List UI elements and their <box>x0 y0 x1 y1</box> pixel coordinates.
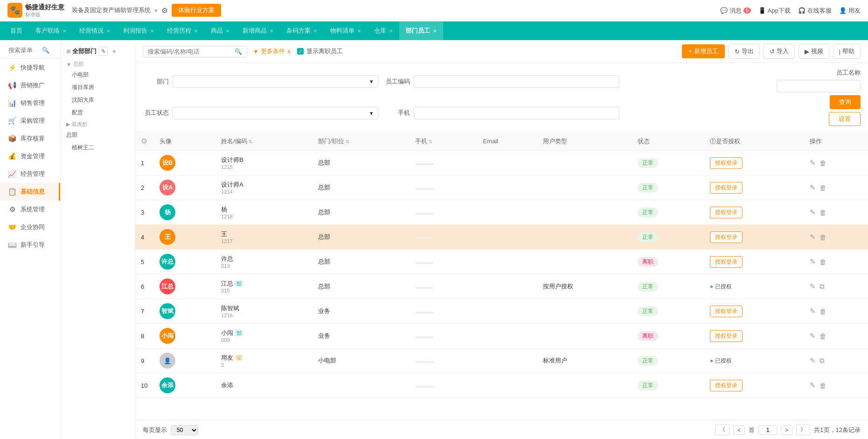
edit-icon[interactable]: ✎ <box>810 307 816 315</box>
close-icon[interactable]: ✕ <box>433 28 437 34</box>
show-resigned-toggle[interactable]: ✓ 显示离职员工 <box>297 47 343 56</box>
query-btn[interactable]: 查询 <box>830 95 861 109</box>
tab-bom[interactable]: 物料清单 ✕ <box>324 21 368 40</box>
sidebar-item-marketing[interactable]: 📢 营销推广 <box>0 77 60 94</box>
auth-btn[interactable]: 授权登录 <box>710 157 743 169</box>
edit-icon[interactable]: ✎ <box>810 282 816 291</box>
close-icon[interactable]: ✕ <box>313 28 317 34</box>
th-gear[interactable]: ⚙ <box>135 132 154 151</box>
row-auth[interactable]: 授权登录 <box>704 225 804 250</box>
dept-item-zb[interactable]: 总部 <box>61 129 135 141</box>
row-auth[interactable]: 授权登录 <box>704 324 804 348</box>
edit-icon[interactable]: ✎ <box>810 233 816 241</box>
sidebar-search-input[interactable] <box>5 45 42 56</box>
close-icon[interactable]: ✕ <box>226 28 229 34</box>
phone-input[interactable] <box>414 107 619 119</box>
tab-barcode[interactable]: 条码方案 ✕ <box>280 21 324 40</box>
view-btn[interactable]: ▶ 视频 <box>799 44 829 59</box>
tab-history[interactable]: 经营历程 ✕ <box>160 21 204 40</box>
user-menu-btn[interactable]: 👤 用友 <box>839 7 861 15</box>
auth-btn[interactable]: 授权登录 <box>710 380 743 391</box>
page-number-input[interactable] <box>758 425 777 435</box>
all-dept-label[interactable]: 全部部门 <box>72 47 97 56</box>
sidebar-item-system[interactable]: ⚙ 系统管理 <box>0 201 60 218</box>
sidebar-item-operation[interactable]: 📈 经营管理 <box>0 165 60 183</box>
tab-operation[interactable]: 经营情况 ✕ <box>73 21 117 40</box>
delete-icon[interactable]: 🗑 <box>819 307 826 315</box>
sidebar-item-sales[interactable]: 📊 销售管理 <box>0 94 60 112</box>
row-auth[interactable]: 授权登录 <box>704 175 804 200</box>
add-employee-btn[interactable]: + 新增员工 <box>682 44 724 58</box>
dept-item-xdbu[interactable]: 小电部 <box>61 69 135 81</box>
sidebar-item-purchase[interactable]: 🛒 采购管理 <box>0 112 60 130</box>
close-icon[interactable]: ✕ <box>194 28 198 34</box>
tab-home[interactable]: 首页 <box>4 21 29 40</box>
online-service-btn[interactable]: 🎧 在线客服 <box>798 7 832 15</box>
close-icon[interactable]: ✕ <box>150 28 154 34</box>
edit-icon[interactable]: ✎ <box>810 159 816 167</box>
close-icon[interactable]: ✕ <box>389 28 393 34</box>
copy-icon[interactable]: ⧉ <box>819 356 825 365</box>
sidebar-item-finance[interactable]: 💰 资金管理 <box>0 147 60 165</box>
tab-new-goods[interactable]: 新增商品 ✕ <box>236 21 280 40</box>
close-icon[interactable]: ✕ <box>62 28 66 34</box>
copy-icon[interactable]: ⧉ <box>819 282 825 291</box>
tab-goods[interactable]: 商品 ✕ <box>204 21 236 40</box>
auth-btn[interactable]: 授权登录 <box>710 256 743 268</box>
tab-employee[interactable]: 部门员工 ✕ <box>399 21 443 40</box>
dropdown-icon[interactable]: ▾ <box>154 7 158 14</box>
edit-icon[interactable]: ✎ <box>810 258 816 266</box>
close-icon[interactable]: ✕ <box>357 28 361 34</box>
auth-btn[interactable]: 授权登录 <box>710 207 743 218</box>
resigned-checkbox[interactable]: ✓ <box>297 48 304 55</box>
gear-icon[interactable]: ⚙ <box>141 137 147 145</box>
prev-page-btn[interactable]: < <box>733 425 745 435</box>
dept-item-sydk[interactable]: 沈阳大库 <box>61 94 135 106</box>
auth-btn[interactable]: 授权登录 <box>710 182 743 194</box>
edit-icon[interactable]: ✎ <box>810 381 816 390</box>
export-btn[interactable]: ↻ 导出 <box>729 44 760 59</box>
next-page-btn[interactable]: > <box>781 425 792 435</box>
row-auth[interactable]: 授权登录 <box>704 250 804 274</box>
dept-collapse-btn[interactable]: « <box>110 47 119 56</box>
tab-warehouse[interactable]: 仓库 ✕ <box>368 21 399 40</box>
search-input[interactable] <box>148 48 232 55</box>
set-btn[interactable]: 设置 <box>829 112 861 126</box>
auth-btn[interactable]: 授权登录 <box>710 231 743 243</box>
th-name[interactable]: 姓名/编码 ⇅ <box>215 132 312 151</box>
import-btn[interactable]: ↺ 导入 <box>764 44 795 59</box>
delete-icon[interactable]: 🗑 <box>819 382 826 390</box>
trial-button[interactable]: 体验行业方案 <box>172 4 221 17</box>
gear-button[interactable]: ⚙ <box>161 6 168 15</box>
tab-customer[interactable]: 客户联络 ✕ <box>29 21 73 40</box>
auth-btn[interactable]: 授权登录 <box>710 330 743 342</box>
edit-icon[interactable]: ✎ <box>810 208 816 216</box>
row-auth[interactable]: 授权登录 <box>704 151 804 175</box>
dept-item-ph[interactable]: 配货 <box>61 106 135 119</box>
sidebar-item-basic[interactable]: 📋 基础信息 <box>0 183 60 201</box>
row-auth[interactable]: 授权登录 <box>704 299 804 324</box>
delete-icon[interactable]: 🗑 <box>819 258 826 266</box>
tab-profit[interactable]: 利润报告 ✕ <box>117 21 160 40</box>
edit-icon[interactable]: ✎ <box>810 332 816 340</box>
delete-icon[interactable]: 🗑 <box>819 184 826 192</box>
sidebar-item-corp[interactable]: 🤝 企业协同 <box>0 218 60 236</box>
message-btn[interactable]: 💬 消息 6 <box>720 7 751 15</box>
per-page-select[interactable]: 50 100 200 <box>171 425 198 435</box>
auth-btn[interactable]: 授权登录 <box>710 306 743 317</box>
th-dept[interactable]: 部门/职位 ⇅ <box>312 132 410 151</box>
edit-icon[interactable]: ✎ <box>810 183 816 192</box>
close-icon[interactable]: ✕ <box>270 28 273 34</box>
empname-input[interactable] <box>777 80 861 92</box>
sidebar-item-guide[interactable]: 📖 新手引导 <box>0 236 60 254</box>
dept-item-zsw[interactable]: 植树王二 <box>61 141 135 154</box>
sidebar-item-quick[interactable]: ⚡ 快捷导航 <box>0 59 60 77</box>
first-page-btn[interactable]: 《 <box>715 425 729 435</box>
dept-edit-btn[interactable]: ✎ <box>98 47 108 56</box>
sidebar-item-inventory[interactable]: 📦 库存核算 <box>0 130 60 147</box>
close-icon[interactable]: ✕ <box>106 28 110 34</box>
delete-icon[interactable]: 🗑 <box>819 332 826 340</box>
dept-item-zongbu-expand[interactable]: ▼ 总部 <box>61 59 135 69</box>
empcode-input[interactable] <box>414 75 619 88</box>
more-filter-btn[interactable]: ▼ 更多条件 ∧ <box>253 47 292 56</box>
